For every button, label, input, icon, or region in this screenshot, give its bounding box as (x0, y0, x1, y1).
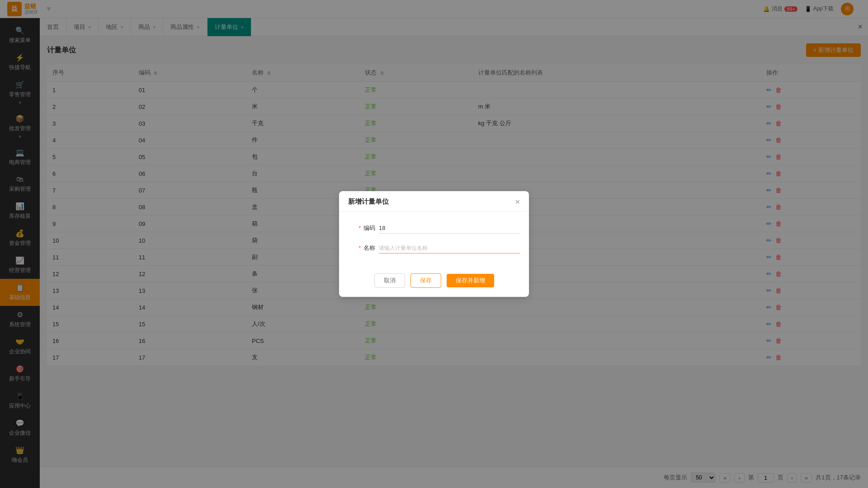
name-label: * 名称 (348, 244, 375, 252)
code-required-mark: * (359, 225, 361, 231)
dialog-footer: 取消 保存 保存并新增 (339, 270, 529, 297)
form-row-code: * 编码 (348, 223, 520, 234)
code-input[interactable] (379, 223, 520, 234)
add-unit-dialog: 新增计量单位 × * 编码 * 名称 取消 保存 保存并新增 (339, 191, 529, 297)
name-required-mark: * (359, 244, 361, 251)
name-input[interactable] (379, 243, 520, 253)
code-label: * 编码 (348, 224, 375, 232)
cancel-btn[interactable]: 取消 (374, 273, 405, 288)
save-new-btn[interactable]: 保存并新增 (447, 274, 494, 287)
dialog-header: 新增计量单位 × (339, 191, 529, 212)
dialog-body: * 编码 * 名称 (339, 212, 529, 270)
dialog-title: 新增计量单位 (348, 197, 389, 206)
modal-overlay: 新增计量单位 × * 编码 * 名称 取消 保存 保存并新增 (0, 0, 868, 488)
dialog-close-btn[interactable]: × (515, 198, 520, 206)
form-row-name: * 名称 (348, 243, 520, 253)
save-btn[interactable]: 保存 (410, 273, 441, 288)
